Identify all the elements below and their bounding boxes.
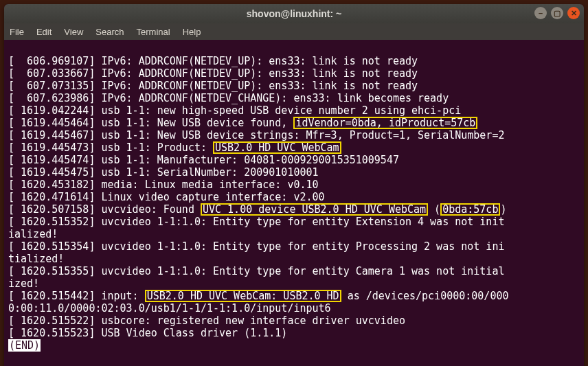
log-text: ) (500, 203, 506, 216)
pager-end-marker: (END) (8, 339, 41, 352)
log-text: as /devices/pci0000:00/000 (341, 290, 509, 302)
highlight-usb-id: 0bda:57cb (440, 203, 500, 216)
menu-file[interactable]: File (10, 27, 24, 37)
log-line: [ 607.623986] IPv6: ADDRCONF(NETDEV_CHAN… (8, 92, 449, 104)
menu-search[interactable]: Search (95, 27, 124, 37)
log-text: ( (428, 203, 440, 216)
log-line: [ 1619.445464] usb 1-1: New USB device f… (8, 117, 293, 129)
log-line: [ 607.033667] IPv6: ADDRCONF(NETDEV_UP):… (8, 67, 418, 80)
log-line: [ 1620.507158] uvcvideo: Found (8, 203, 201, 216)
log-line: [ 1620.515355] uvcvideo 1-1:1.0: Entity … (8, 265, 504, 277)
log-line: [ 607.073135] IPv6: ADDRCONF(NETDEV_UP):… (8, 80, 418, 92)
log-line: [ 1620.471614] Linux video capture inter… (8, 191, 325, 203)
log-line: [ 606.969107] IPv6: ADDRCONF(NETDEV_UP):… (8, 55, 418, 67)
highlight-uvc-device: UVC 1.00 device USB2.0 HD UVC WebCam (201, 203, 428, 216)
log-line: [ 1620.515354] uvcvideo 1-1:1.0: Entity … (8, 240, 504, 253)
log-line: [ 1620.453182] media: Linux media interf… (8, 179, 319, 191)
window-controls: – ▢ ✕ (534, 7, 580, 19)
titlebar: shovon@linuxhint: ~ – ▢ ✕ (4, 4, 584, 23)
log-line: [ 1619.445475] usb 1-1: SerialNumber: 20… (8, 166, 319, 179)
terminal-window: shovon@linuxhint: ~ – ▢ ✕ File Edit View… (4, 4, 584, 366)
maximize-button[interactable]: ▢ (551, 7, 563, 19)
menu-terminal[interactable]: Terminal (137, 27, 170, 37)
log-line: [ 1619.445467] usb 1-1: New USB device s… (8, 129, 504, 141)
minimize-button[interactable]: – (534, 7, 547, 19)
log-line: [ 1620.515442] input: (8, 290, 145, 302)
log-line: ialized! (8, 228, 58, 240)
log-line: [ 1619.445473] usb 1-1: Product: (8, 141, 213, 154)
menu-edit[interactable]: Edit (36, 27, 52, 37)
menu-view[interactable]: View (64, 27, 83, 37)
log-line: [ 1619.445474] usb 1-1: Manufacturer: 04… (8, 154, 399, 166)
log-line: ized! (8, 277, 39, 290)
menu-help[interactable]: Help (183, 27, 201, 37)
highlight-product-name: USB2.0 HD UVC WebCam (213, 141, 341, 154)
close-button[interactable]: ✕ (567, 7, 580, 19)
log-line: tialized! (8, 253, 64, 265)
log-line: [ 1620.515522] usbcore: registered new i… (8, 314, 405, 327)
highlight-input-device: USB2.0 HD UVC WebCam: USB2.0 HD (145, 290, 341, 302)
window-title: shovon@linuxhint: ~ (247, 8, 341, 19)
log-line: [ 1620.515352] uvcvideo 1-1:1.0: Entity … (8, 216, 504, 228)
highlight-vendor-product: idVendor=0bda, idProduct=57cb (293, 117, 477, 129)
terminal-output[interactable]: [ 606.969107] IPv6: ADDRCONF(NETDEV_UP):… (4, 40, 584, 366)
log-line: [ 1620.515523] USB Video Class driver (1… (8, 327, 287, 339)
log-line: 0:00:11.0/0000:02:03.0/usb1/1-1/1-1:1.0/… (8, 302, 331, 314)
menubar: File Edit View Search Terminal Help (4, 23, 584, 40)
log-line: [ 1619.042244] usb 1-1: new high-speed U… (8, 104, 461, 117)
